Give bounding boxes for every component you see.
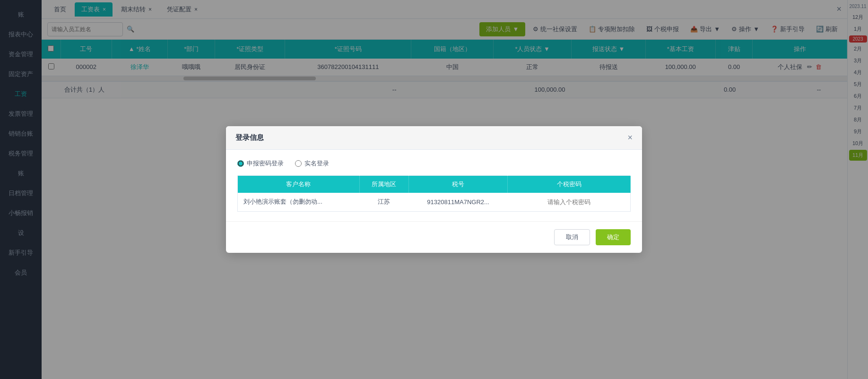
modal-client-table: 客户名称 所属地区 税号 个税密码 刘小艳演示账套（勿删勿动... 江苏 913…	[237, 175, 631, 212]
confirm-button[interactable]: 确定	[596, 229, 631, 245]
modal-col-tax-num: 税号	[408, 176, 508, 193]
radio-realname-label: 实名登录	[304, 159, 329, 168]
modal-col-password: 个税密码	[508, 176, 631, 193]
modal-table-row: 刘小艳演示账套（勿删勿动... 江苏 91320811MA7NGR2...	[238, 193, 631, 212]
modal-col-client: 客户名称	[238, 176, 360, 193]
radio-realname-login[interactable]: 实名登录	[295, 159, 329, 168]
cancel-button[interactable]: 取消	[554, 229, 590, 245]
tax-password-input[interactable]	[513, 198, 625, 206]
modal-header: 登录信息 ×	[226, 126, 642, 150]
modal-close-btn[interactable]: ×	[627, 133, 633, 143]
radio-group: 申报密码登录 实名登录	[237, 159, 631, 168]
client-region: 江苏	[359, 193, 408, 212]
radio-password-label: 申报密码登录	[247, 159, 284, 168]
tax-password-cell[interactable]	[508, 193, 631, 212]
client-name: 刘小艳演示账套（勿删勿动...	[238, 193, 360, 212]
modal-overlay: 登录信息 × 申报密码登录 实名登录 客户名称 所属地区	[0, 0, 868, 379]
radio-password-input[interactable]	[237, 160, 244, 167]
modal-title: 登录信息	[235, 133, 264, 142]
modal-body: 申报密码登录 实名登录 客户名称 所属地区 税号 个税密码	[226, 150, 642, 221]
radio-realname-input[interactable]	[295, 160, 302, 167]
modal-footer: 取消 确定	[226, 221, 642, 253]
radio-password-login[interactable]: 申报密码登录	[237, 159, 284, 168]
login-modal: 登录信息 × 申报密码登录 实名登录 客户名称 所属地区	[226, 126, 642, 253]
modal-col-region: 所属地区	[359, 176, 408, 193]
client-tax-number: 91320811MA7NGR2...	[408, 193, 508, 212]
